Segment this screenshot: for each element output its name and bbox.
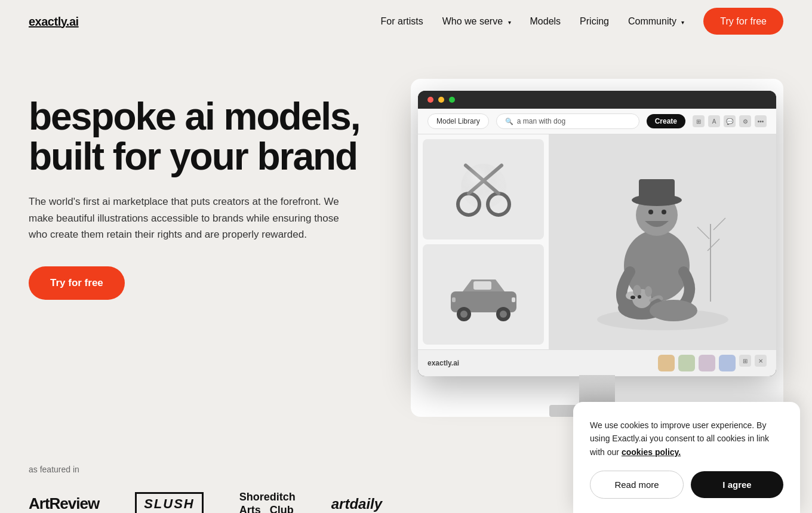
cookie-banner: We use cookies to improve user experienc… <box>573 402 800 513</box>
man-dog-illustration <box>579 134 746 349</box>
model-library-pill[interactable]: Model Library <box>427 113 489 129</box>
grid-view-icon[interactable]: ⊞ <box>739 355 751 367</box>
window-close-dot <box>427 97 433 103</box>
svg-point-23 <box>662 210 666 214</box>
cookie-policy-link[interactable]: cookies policy. <box>622 447 681 457</box>
chevron-down-icon: ▾ <box>681 19 684 26</box>
hero-title: bespoke ai models, built for your brand <box>29 97 387 177</box>
hero-section: bespoke ai models, built for your brand … <box>0 43 812 441</box>
footer-thumb-3[interactable] <box>699 355 715 371</box>
app-toolbar-icons: ⊞ A 💬 ⚙ ••• <box>693 115 767 127</box>
app-search-bar[interactable]: 🔍 a man with dog <box>496 113 639 129</box>
nav-item-who-we-serve[interactable]: Who we serve ▾ <box>442 16 511 27</box>
nav-item-models[interactable]: Models <box>530 16 561 27</box>
app-footer-thumbnails: ⊞ ✕ <box>658 355 767 371</box>
more-icon[interactable]: ••• <box>755 115 767 127</box>
hero-subtitle: The world's first ai marketplace that pu… <box>29 193 339 242</box>
cookie-agree-button[interactable]: I agree <box>691 471 783 498</box>
footer-thumb-1[interactable] <box>658 355 675 371</box>
cookie-text: We use cookies to improve user experienc… <box>590 419 783 459</box>
app-sidebar <box>418 134 549 349</box>
svg-point-10 <box>500 311 507 318</box>
footer-thumb-4[interactable] <box>719 355 736 371</box>
chat-icon[interactable]: 💬 <box>724 115 736 127</box>
svg-point-29 <box>645 286 652 297</box>
hero-left: bespoke ai models, built for your brand … <box>29 79 387 300</box>
svg-point-25 <box>650 300 697 321</box>
svg-line-16 <box>708 239 719 251</box>
window-maximize-dot <box>449 97 455 103</box>
nav-item-pricing[interactable]: Pricing <box>580 16 609 27</box>
footer-thumb-2[interactable] <box>678 355 695 371</box>
app-window: Model Library 🔍 a man with dog Create ⊞ … <box>418 91 776 376</box>
search-text: a man with dog <box>517 117 565 125</box>
car-thumbnail[interactable] <box>423 244 544 345</box>
svg-point-22 <box>648 210 653 214</box>
nav-item-community[interactable]: Community ▾ <box>628 16 684 27</box>
nav-item-for-artists[interactable]: For artists <box>381 16 423 27</box>
svg-point-4 <box>461 164 506 209</box>
nav-link-who-we-serve[interactable]: Who we serve ▾ <box>442 16 511 26</box>
nav-logo[interactable]: exactly.ai <box>29 15 79 29</box>
nav-link-community[interactable]: Community ▾ <box>628 16 684 26</box>
logo-artreview: ArtReview <box>29 494 99 513</box>
close-icon[interactable]: ✕ <box>755 355 767 367</box>
settings-icon[interactable]: ⚙ <box>739 115 751 127</box>
create-button[interactable]: Create <box>647 114 685 128</box>
stand-neck <box>579 375 615 405</box>
app-footer: exactly.ai ⊞ ✕ <box>418 349 776 376</box>
nav-cta-button[interactable]: Try for free <box>703 8 783 35</box>
svg-rect-11 <box>512 297 515 302</box>
svg-rect-12 <box>452 297 456 302</box>
window-minimize-dot <box>438 97 444 103</box>
app-topbar <box>418 91 776 109</box>
scissors-thumbnail[interactable] <box>423 139 544 239</box>
nav-link-models[interactable]: Models <box>530 16 561 26</box>
cookie-actions: Read more I agree <box>590 471 783 499</box>
navbar: exactly.ai For artists Who we serve ▾ Mo… <box>0 0 812 43</box>
svg-rect-6 <box>473 281 491 290</box>
car-svg <box>445 268 522 321</box>
svg-line-14 <box>713 218 725 230</box>
svg-rect-21 <box>639 179 675 200</box>
scissors-svg <box>448 153 519 225</box>
chevron-down-icon: ▾ <box>508 19 511 26</box>
svg-point-30 <box>638 295 641 299</box>
nav-links: For artists Who we serve ▾ Models Pricin… <box>381 16 783 27</box>
man-dog-main-image <box>549 134 776 349</box>
grid-icon[interactable]: ⊞ <box>693 115 705 127</box>
svg-line-15 <box>697 227 709 239</box>
logo-shoreditch: ShoreditchArts Club <box>239 491 296 513</box>
logo-artdaily: artdaily <box>331 496 382 512</box>
hero-right: Model Library 🔍 a man with dog Create ⊞ … <box>411 79 783 417</box>
nav-cta-item[interactable]: Try for free <box>703 16 783 27</box>
logo-slush: SLUSH <box>135 492 204 513</box>
text-icon[interactable]: A <box>708 115 720 127</box>
svg-point-8 <box>460 311 467 318</box>
app-footer-logo: exactly.ai <box>427 359 459 367</box>
svg-point-28 <box>633 285 641 297</box>
cookie-read-more-button[interactable]: Read more <box>590 471 684 499</box>
hero-cta-button[interactable]: Try for free <box>29 266 125 300</box>
search-icon: 🔍 <box>505 118 513 125</box>
nav-link-for-artists[interactable]: For artists <box>381 16 423 26</box>
app-content <box>418 134 776 349</box>
app-toolbar: Model Library 🔍 a man with dog Create ⊞ … <box>418 109 776 134</box>
svg-point-31 <box>630 296 635 299</box>
nav-link-pricing[interactable]: Pricing <box>580 16 609 26</box>
app-mockup: Model Library 🔍 a man with dog Create ⊞ … <box>418 91 776 417</box>
